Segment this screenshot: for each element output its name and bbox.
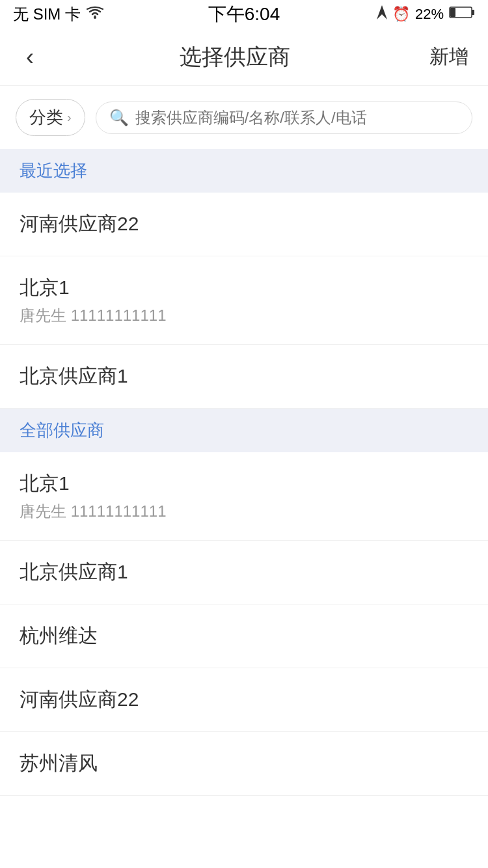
battery-icon — [449, 6, 475, 23]
item-name: 河南供应商22 — [20, 686, 468, 713]
item-sub: 唐先生 11111111111 — [20, 305, 468, 326]
item-name: 北京供应商1 — [20, 363, 468, 390]
item-name: 北京1 — [20, 470, 468, 497]
alarm-icon: ⏰ — [392, 6, 410, 23]
category-button[interactable]: 分类 › — [16, 99, 85, 136]
recent-list: 河南供应商22北京1唐先生 11111111111北京供应商1 — [0, 193, 488, 409]
battery-text: 22% — [415, 6, 444, 23]
list-item[interactable]: 杭州维达 — [0, 604, 488, 668]
filter-bar: 分类 › 🔍 — [0, 86, 488, 149]
search-icon: 🔍 — [109, 109, 129, 127]
list-item[interactable]: 苏州清风 — [0, 732, 488, 796]
nav-bar: ‹ 选择供应商 新增 — [0, 29, 488, 86]
list-item[interactable]: 北京供应商1 — [0, 541, 488, 604]
page-title: 选择供应商 — [180, 42, 290, 72]
item-name: 河南供应商22 — [20, 211, 468, 237]
list-item[interactable]: 北京1唐先生 11111111111 — [0, 452, 488, 541]
item-name: 苏州清风 — [20, 750, 468, 777]
search-box[interactable]: 🔍 — [96, 102, 472, 134]
item-name: 北京供应商1 — [20, 559, 468, 586]
carrier-text: 无 SIM 卡 — [13, 4, 81, 25]
status-left: 无 SIM 卡 — [13, 4, 104, 25]
status-right: ⏰ 22% — [377, 5, 475, 23]
svg-rect-3 — [472, 10, 474, 15]
item-name: 北京1 — [20, 275, 468, 301]
all-list: 北京1唐先生 11111111111北京供应商1杭州维达河南供应商22苏州清风 — [0, 452, 488, 796]
wifi-icon — [86, 5, 104, 23]
item-name: 杭州维达 — [20, 623, 468, 649]
new-button[interactable]: 新增 — [429, 44, 468, 70]
list-item[interactable]: 北京供应商1 — [0, 345, 488, 409]
chevron-right-icon: › — [67, 110, 72, 125]
location-icon — [377, 5, 387, 23]
list-item[interactable]: 河南供应商22 — [0, 193, 488, 256]
search-input[interactable] — [135, 109, 459, 127]
svg-point-0 — [94, 16, 96, 19]
svg-rect-4 — [450, 8, 455, 17]
all-section-header: 全部供应商 — [0, 409, 488, 452]
status-bar: 无 SIM 卡 下午6:04 ⏰ 22% — [0, 0, 488, 29]
status-time: 下午6:04 — [208, 2, 280, 27]
list-item[interactable]: 北京1唐先生 11111111111 — [0, 256, 488, 345]
category-label: 分类 — [29, 106, 63, 129]
recent-section-header: 最近选择 — [0, 149, 488, 193]
item-sub: 唐先生 11111111111 — [20, 501, 468, 522]
svg-marker-1 — [377, 5, 387, 20]
back-button[interactable]: ‹ — [20, 37, 40, 77]
list-item[interactable]: 河南供应商22 — [0, 668, 488, 732]
